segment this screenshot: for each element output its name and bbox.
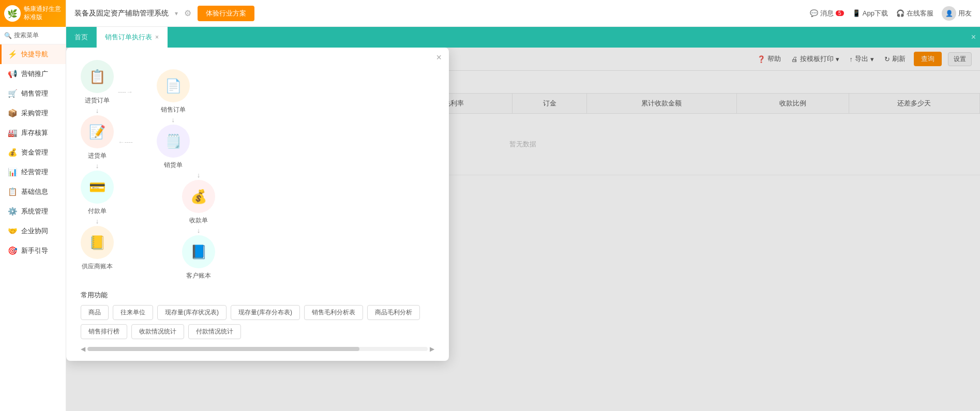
online-service-label: 在线客服 — [907, 9, 933, 18]
message-badge: 5 — [836, 10, 844, 16]
message-btn[interactable]: 💬 消息 5 — [810, 9, 844, 18]
node-payment-bill[interactable]: 💳 付款单 — [81, 171, 114, 216]
popup-close-btn[interactable]: × — [436, 53, 442, 62]
flow-diagram: 📋 进货订单 ↓ 📝 进货单 ↓ 💳 付款单 — [81, 60, 434, 280]
service-icon: 🎧 — [896, 9, 904, 17]
func-btn-现存量(库存状况表)[interactable]: 现存量(库存状况表) — [157, 305, 227, 320]
sales-icon: 🛒 — [8, 89, 17, 98]
guide-icon: 🎯 — [8, 246, 17, 255]
node-sales-order[interactable]: 📄 销售订单 — [157, 69, 190, 114]
settings-icon[interactable]: ⚙ — [184, 8, 191, 18]
finance-icon: 💰 — [8, 148, 17, 157]
sidebar-item-enterprise[interactable]: 🤝企业协同 — [0, 221, 66, 241]
scrollbar-thumb — [87, 347, 359, 351]
topbar: 装备及固定资产辅助管理系统 ▾ ⚙ 体验行业方案 💬 消息 5 📱 App下载 … — [66, 0, 980, 27]
func-btn-收款情况统计[interactable]: 收款情况统计 — [131, 324, 184, 339]
sidebar-item-label: 采购管理 — [21, 109, 48, 118]
sidebar-item-quick_nav[interactable]: ⚡快捷导航 — [0, 44, 66, 64]
common-functions-title: 常用功能 — [81, 291, 434, 300]
sidebar-item-sales[interactable]: 🛒销售管理 — [0, 84, 66, 103]
node-receipt-bill[interactable]: 💰 收款单 — [182, 180, 215, 225]
quick-guide-popup: × 📋 进货订单 ↓ 📝 进货单 ↓ — [66, 48, 449, 361]
logo-text: 畅康通好生意 标准版 — [24, 5, 61, 21]
sidebar-item-label: 库存核算 — [21, 128, 48, 138]
sidebar-item-operation[interactable]: 📊经营管理 — [0, 162, 66, 182]
sidebar-item-label: 新手引导 — [21, 246, 48, 255]
quick_nav-icon: ⚡ — [8, 50, 17, 59]
func-btn-商品毛利分析[interactable]: 商品毛利分析 — [367, 305, 420, 320]
func-buttons: 商品往来单位现存量(库存状况表)现存量(库存分布表)销售毛利分析表商品毛利分析销… — [81, 305, 434, 339]
sidebar-menu: ⚡快捷导航📢营销推广🛒销售管理📦采购管理🏭库存核算💰资金管理📊经营管理📋基础信息… — [0, 44, 66, 411]
app-download-btn[interactable]: 📱 App下载 — [852, 9, 888, 18]
user-menu[interactable]: 👤 用友 — [942, 6, 972, 21]
download-icon: 📱 — [852, 9, 861, 17]
sidebar-item-basic_info[interactable]: 📋基础信息 — [0, 182, 66, 202]
popup-scrollbar: ◀ ▶ — [81, 345, 434, 353]
tab-sales-order-label: 销售订单执行表 — [105, 33, 152, 42]
func-btn-付款情况统计[interactable]: 付款情况统计 — [188, 324, 241, 339]
sidebar-item-label: 基础信息 — [21, 187, 48, 196]
sidebar-item-label: 资金管理 — [21, 148, 48, 157]
tabbar-close-btn[interactable]: × — [971, 27, 976, 48]
scroll-right-btn[interactable]: ▶ — [430, 345, 434, 353]
main-area: 装备及固定资产辅助管理系统 ▾ ⚙ 体验行业方案 💬 消息 5 📱 App下载 … — [66, 0, 980, 411]
sidebar-item-inventory[interactable]: 🏭库存核算 — [0, 123, 66, 143]
message-label: 消息 — [820, 9, 834, 18]
dropdown-icon[interactable]: ▾ — [175, 10, 178, 17]
purchase-icon: 📦 — [8, 109, 17, 118]
node-purchase-order[interactable]: 📋 进货订单 — [81, 60, 114, 105]
tab-home[interactable]: 首页 — [66, 27, 97, 48]
operation-icon: 📊 — [8, 168, 17, 177]
tab-home-label: 首页 — [74, 33, 88, 42]
popup-overlay: × 📋 进货订单 ↓ 📝 进货单 ↓ — [66, 48, 980, 411]
func-btn-商品[interactable]: 商品 — [81, 305, 109, 320]
inventory-icon: 🏭 — [8, 128, 17, 138]
func-btn-销售排行榜[interactable]: 销售排行榜 — [81, 324, 127, 339]
app-download-label: App下载 — [863, 9, 888, 18]
topbar-right: 💬 消息 5 📱 App下载 🎧 在线客服 👤 用友 — [810, 6, 972, 21]
message-icon: 💬 — [810, 9, 818, 17]
node-purchase-bill[interactable]: 📝 进货单 — [81, 115, 114, 160]
sidebar-item-finance[interactable]: 💰资金管理 — [0, 143, 66, 162]
logo-icon: 🌿 — [4, 5, 21, 22]
marketing-icon: 📢 — [8, 69, 17, 79]
sidebar-logo: 🌿 畅康通好生意 标准版 — [0, 0, 66, 27]
sidebar-item-system[interactable]: ⚙️系统管理 — [0, 202, 66, 221]
enterprise-icon: 🤝 — [8, 226, 17, 236]
content-area: ❓ 帮助 🖨 按模板打印 ▾ ↑ 导出 ▾ ↻ 刷新 查询 — [66, 48, 980, 411]
node-customer-ledger[interactable]: 📘 客户账本 — [182, 235, 215, 280]
sidebar-item-label: 销售管理 — [21, 89, 48, 98]
experience-btn[interactable]: 体验行业方案 — [198, 6, 254, 21]
func-btn-销售毛利分析表[interactable]: 销售毛利分析表 — [304, 305, 363, 320]
sidebar-item-label: 企业协同 — [21, 226, 48, 236]
tabbar: 首页 销售订单执行表 × × — [66, 27, 980, 48]
search-icon: 🔍 — [4, 32, 12, 39]
avatar: 👤 — [942, 6, 956, 21]
online-service-btn[interactable]: 🎧 在线客服 — [896, 9, 933, 18]
sidebar-item-label: 经营管理 — [21, 168, 48, 177]
sidebar-item-label: 营销推广 — [21, 69, 48, 79]
sidebar-item-label: 系统管理 — [21, 207, 48, 216]
func-btn-往来单位[interactable]: 往来单位 — [113, 305, 153, 320]
system-icon: ⚙️ — [8, 207, 17, 216]
scrollbar-track — [87, 347, 428, 351]
node-supplier-ledger[interactable]: 📒 供应商账本 — [81, 226, 114, 271]
search-label: 搜索菜单 — [14, 31, 39, 40]
system-title: 装备及固定资产辅助管理系统 — [74, 9, 169, 18]
tab-close-icon[interactable]: × — [155, 34, 159, 41]
func-btn-现存量(库存分布表)[interactable]: 现存量(库存分布表) — [231, 305, 300, 320]
search-menu[interactable]: 🔍 搜索菜单 — [0, 27, 66, 44]
basic_info-icon: 📋 — [8, 187, 17, 196]
username: 用友 — [958, 9, 972, 18]
sidebar-item-guide[interactable]: 🎯新手引导 — [0, 241, 66, 261]
sidebar: 🌿 畅康通好生意 标准版 🔍 搜索菜单 ⚡快捷导航📢营销推广🛒销售管理📦采购管理… — [0, 0, 66, 411]
scroll-left-btn[interactable]: ◀ — [81, 345, 85, 353]
sidebar-item-label: 快捷导航 — [21, 50, 48, 59]
sidebar-item-purchase[interactable]: 📦采购管理 — [0, 103, 66, 123]
sidebar-item-marketing[interactable]: 📢营销推广 — [0, 64, 66, 84]
tab-sales-order[interactable]: 销售订单执行表 × — [97, 27, 168, 48]
node-sales-bill[interactable]: 🗒️ 销货单 — [157, 125, 190, 170]
